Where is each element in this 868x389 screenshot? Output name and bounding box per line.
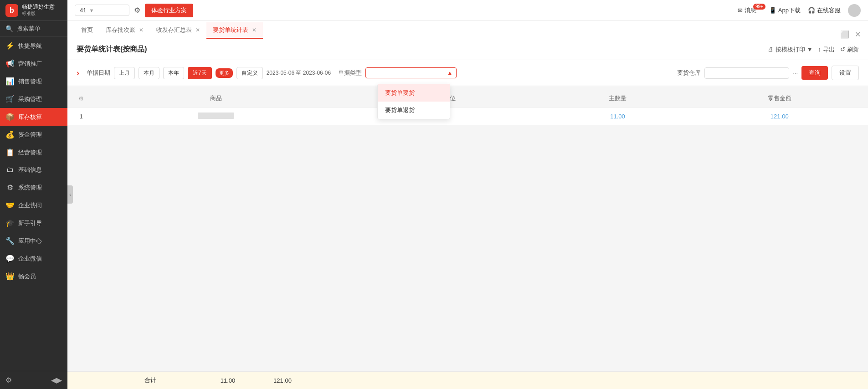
tab-receipt-summary-close-icon[interactable]: ✕ [195,27,200,33]
refresh-button[interactable]: ↺ 刷新 [840,46,859,54]
type-filter-label: 单据类型 [338,69,362,77]
user-avatar [848,4,861,17]
nav-icon-3: 🛒 [5,95,15,103]
page-title: 要货单统计表(按商品) [77,45,147,54]
nav-icon-1: 📢 [5,59,15,68]
search-icon: 🔍 [5,25,13,32]
table-header-row: ⚙ 商品 主计量单位 主数量 零售金额 [67,90,868,107]
footer-label: 合计 [73,376,200,384]
dropdown-item-1[interactable]: 要货单退货 [378,102,450,119]
sidebar-item-3[interactable]: 🛒 采购管理 [0,90,67,108]
sidebar-nav: ⚡ 快捷导航 📢 营销推广 📊 销售管理 🛒 采购管理 📦 库存核算 💰 资金管… [0,37,67,371]
tab-home-label: 首页 [81,26,93,34]
row-amount[interactable]: 121.00 [691,107,868,125]
sidebar-item-9[interactable]: 🤝 企业协同 [0,196,67,214]
nav-label-12: 企业微信 [18,255,42,263]
nav-label-10: 新手引导 [18,219,42,227]
sidebar-item-6[interactable]: 📋 经营管理 [0,143,67,161]
tab-home[interactable]: 首页 [75,22,99,39]
topbar: 41 ▼ ⚙ 体验行业方案 ✉ 消息 99+ 📱 App下载 🎧 在线客服 [67,0,868,21]
settings-bottom-icon[interactable]: ⚙ [5,376,12,384]
refresh-icon: ↺ [840,46,845,53]
filter-toggle-icon[interactable]: › [77,68,79,78]
expand-icon: ⬜ [840,30,849,39]
warehouse-more-icon[interactable]: ··· [793,70,798,77]
warehouse-filter-label: 要货仓库 [677,69,701,77]
collapse-icon[interactable]: ◀▶ [51,376,62,384]
tabbar: 首页 库存批次账 ✕ 收发存汇总表 ✕ 要货单统计表 ✕ ⬜ ✕ [67,21,868,39]
sidebar-item-5[interactable]: 💰 资金管理 [0,126,67,143]
table-settings-icon[interactable]: ⚙ [78,95,84,102]
topbar-left: 41 ▼ ⚙ 体验行业方案 [75,4,193,17]
print-icon: 🖨 [768,46,774,53]
date-btn-this-month[interactable]: 本月 [139,67,159,79]
user-avatar-button[interactable] [848,4,861,17]
page-header: 要货单统计表(按商品) 🖨 按模板打印 ▼ ↑ 导出 ↺ 刷新 [67,39,868,60]
table-body: 1 块 11.00 121.00 [67,107,868,125]
main-content: 41 ▼ ⚙ 体验行业方案 ✉ 消息 99+ 📱 App下载 🎧 在线客服 [67,0,868,389]
sidebar-item-10[interactable]: 🎓 新手引导 [0,214,67,232]
nav-icon-2: 📊 [5,77,15,86]
tab-order-stats-close-icon[interactable]: ✕ [252,27,257,33]
nav-icon-9: 🤝 [5,201,15,210]
type-select-arrow-icon: ▲ [447,70,452,76]
sidebar-item-12[interactable]: 💬 企业微信 [0,250,67,267]
tab-order-stats-label: 要货单统计表 [213,26,248,34]
tab-inventory-batch-close-icon[interactable]: ✕ [139,27,144,33]
page-content: 要货单统计表(按商品) 🖨 按模板打印 ▼ ↑ 导出 ↺ 刷新 › [67,39,868,389]
nav-icon-8: ⚙ [5,183,15,192]
date-btn-last-month[interactable]: 上月 [114,67,135,79]
sidebar-item-11[interactable]: 🔧 应用中心 [0,232,67,250]
sidebar-item-7[interactable]: 🗂 基础信息 [0,161,67,179]
nav-label-5: 资金管理 [18,131,42,139]
date-btn-this-year[interactable]: 本年 [163,67,184,79]
date-btn-more[interactable]: 更多 [216,68,233,78]
sidebar-item-2[interactable]: 📊 销售管理 [0,72,67,90]
trial-button[interactable]: 体验行业方案 [145,4,193,17]
tab-receipt-summary-label: 收发存汇总表 [156,26,192,34]
date-range-display: 2023-05-06 至 2023-06-06 [267,69,331,77]
th-qty: 主数量 [544,90,691,107]
nav-label-6: 经营管理 [18,148,42,157]
app-download-icon: 📱 [769,7,776,14]
tab-receipt-summary[interactable]: 收发存汇总表 ✕ [150,22,206,39]
tab-expand-button[interactable]: ⬜ ✕ [840,30,861,39]
tab-order-stats[interactable]: 要货单统计表 ✕ [206,22,263,39]
type-select[interactable]: ▲ [365,67,457,78]
close-all-icon: ✕ [855,30,861,39]
type-filter-group: 单据类型 ▲ [338,67,457,78]
date-btn-recent-7[interactable]: 近7天 [188,67,212,79]
nav-icon-4: 📦 [5,113,15,121]
nav-label-9: 企业协同 [18,201,42,210]
tab-inventory-batch-label: 库存批次账 [106,26,135,34]
nav-icon-7: 🗂 [5,166,15,174]
sidebar: b 畅捷通好生意 标准版 🔍 搜索菜单 ⚡ 快捷导航 📢 营销推广 📊 销售管理… [0,0,67,389]
print-button[interactable]: 🖨 按模板打印 ▼ [768,46,813,54]
topbar-right: ✉ 消息 99+ 📱 App下载 🎧 在线客服 [738,4,861,17]
export-button[interactable]: ↑ 导出 [818,46,835,54]
warehouse-input[interactable] [704,67,789,79]
tab-inventory-batch[interactable]: 库存批次账 ✕ [99,22,150,39]
nav-label-7: 基础信息 [18,166,42,174]
row-index: 1 [67,107,95,125]
setup-button[interactable]: 设置 [832,66,859,80]
sidebar-logo: b 畅捷通好生意 标准版 [0,0,67,21]
dropdown-item-0[interactable]: 要货单要货 [378,84,450,102]
sidebar-item-8[interactable]: ⚙ 系统管理 [0,179,67,196]
data-table-container: ⚙ 商品 主计量单位 主数量 零售金额 [67,90,868,125]
sidebar-search[interactable]: 🔍 搜索菜单 [0,21,67,37]
support-button[interactable]: 🎧 在线客服 [808,6,841,15]
sidebar-item-0[interactable]: ⚡ 快捷导航 [0,37,67,55]
date-btn-custom[interactable]: 自定义 [236,67,263,79]
sidebar-item-13[interactable]: 👑 畅会员 [0,267,67,285]
row-qty[interactable]: 11.00 [544,107,691,125]
query-button[interactable]: 查询 [801,66,828,80]
messages-button[interactable]: ✉ 消息 99+ [738,6,762,15]
topbar-settings-icon[interactable]: ⚙ [134,6,140,15]
sidebar-item-4[interactable]: 📦 库存核算 [0,108,67,126]
app-download-button[interactable]: 📱 App下载 [769,6,801,15]
nav-label-8: 系统管理 [18,184,42,192]
sidebar-item-1[interactable]: 📢 营销推广 [0,55,67,72]
nav-icon-12: 💬 [5,254,15,263]
store-selector[interactable]: 41 ▼ [75,5,129,16]
